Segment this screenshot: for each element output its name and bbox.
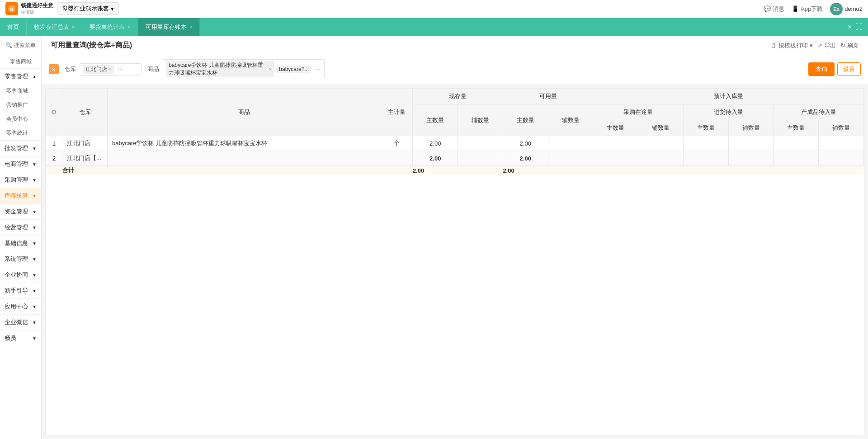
print-button[interactable]: 🖨 按模板打印 ▾ [771, 42, 813, 50]
top-bar-right: 💬 消息 📱 App下载 Ea demo2 [764, 3, 863, 15]
td-current-main-1: 2.00 [413, 136, 458, 151]
sidebar-group-header-jichuxinxi[interactable]: 基础信息 ▼ [0, 236, 41, 251]
sidebar-group-label-xinshouyindao: 新手引导 [5, 287, 28, 295]
company-selector[interactable]: 母婴行业演示账套 ▾ [57, 2, 119, 15]
td-product-main-2 [774, 151, 819, 166]
warehouse-more-icon[interactable]: ··· [118, 66, 123, 73]
tab-shoufacun-close[interactable]: × [72, 24, 75, 30]
th-current-sub: 辅数量 [458, 104, 503, 136]
sidebar-group-label-qiyexietong: 企业协同 [5, 271, 28, 279]
chevron-down-icon-changyuan: ▼ [32, 336, 37, 341]
app-icon: 📱 [792, 5, 799, 12]
sidebar-group-header-lingshouguan[interactable]: 零售管理 ▲ [0, 69, 41, 84]
gear-icon: ⚙ [51, 109, 57, 116]
sidebar-group-header-xitongguanli[interactable]: 系统管理 ▼ [0, 251, 41, 267]
product-input[interactable]: babycare学饮杯 儿童防摔防撞吸管杯重力球吸嘴杯宝宝水杯 × babyca… [162, 59, 325, 79]
search-icon: 🔍 [5, 42, 12, 48]
warehouse-tag-text: 江北门店 [85, 66, 107, 73]
chevron-down-icon-jing: ▼ [32, 225, 37, 230]
product-tag1: babycare学饮杯 儿童防摔防撞吸管杯重力球吸嘴杯宝宝水杯 × [166, 61, 274, 77]
sidebar-group-label-qiyeweixin: 企业微信 [5, 318, 28, 326]
chevron-down-icon-kucun: ▼ [32, 194, 37, 198]
chevron-down-icon-caigo: ▼ [32, 178, 37, 183]
sidebar-group-xitongguanli: 系统管理 ▼ [0, 251, 41, 267]
sidebar-group-header-pifaguanli[interactable]: 批发管理 ▼ [0, 141, 41, 156]
sidebar-group-header-caigoguanli[interactable]: 采购管理 ▼ [0, 172, 41, 188]
sidebar-group-pifaguanli: 批发管理 ▼ [0, 141, 41, 156]
warehouse-input[interactable]: 江北门店 × ··· [79, 63, 142, 76]
td-purchase-sub-1 [638, 136, 684, 151]
sidebar-group-header-yingyong[interactable]: 应用中心 ▼ [0, 299, 41, 314]
nav-tabs: 首页 收发存汇总表 × 要货单统计表 × 可用量库存账本 × × ⛶ [0, 18, 868, 36]
sidebar-group-label-xitongguanli: 系统管理 [5, 255, 28, 263]
product-tag1-close[interactable]: × [269, 66, 272, 72]
th-gear[interactable]: ⚙ [46, 89, 62, 136]
td-purchase-main-1 [593, 136, 638, 151]
sidebar-group-label-zijinguanli: 资金管理 [5, 208, 28, 216]
th-purchase-main: 主数量 [593, 120, 638, 136]
sidebar-group-header-jingguanli[interactable]: 经营管理 ▼ [0, 220, 41, 235]
user-area[interactable]: Ea demo2 [830, 3, 863, 15]
tab-shoufacun[interactable]: 收发存汇总表 × [27, 18, 82, 36]
sidebar-group-label-pifaguanli: 批发管理 [5, 144, 28, 152]
sidebar-group-header-kucunhesuan[interactable]: 库存核算 ▼ [0, 188, 41, 203]
sidebar-group-header-dianshouguanli[interactable]: 电商管理 ▼ [0, 156, 41, 172]
sidebar-group-header-changyuan[interactable]: 畅员 ▼ [0, 330, 41, 346]
product-more-icon[interactable]: ··· [315, 66, 321, 73]
sidebar-group-qiyeweixin: 企业微信 ▼ [0, 315, 41, 330]
tab-kecun[interactable]: 可用量库存账本 × [138, 18, 200, 36]
search-menu-button[interactable]: 🔍 搜索菜单 [4, 40, 38, 51]
nav-fullscreen-btn[interactable]: ⛶ [855, 23, 863, 31]
tab-kecun-label: 可用量库存账本 [146, 23, 187, 31]
app-download-button[interactable]: 📱 App下载 [792, 5, 823, 13]
sidebar-item-huiyuanzhongxin[interactable]: 会员中心 [0, 112, 41, 126]
td-available-sub-2 [548, 151, 593, 166]
main-layout: 🔍 搜索菜单 零售商城 零售管理 ▲ 零售商城 营销推广 会员中心 零售统计 批… [0, 36, 868, 439]
td-footer-label: 合计 [62, 166, 413, 175]
filter-actions: 查询 设置 [808, 62, 861, 76]
logo-area: 好 畅捷通好生意 标准版 [5, 2, 53, 15]
th-available-sub: 辅数量 [548, 104, 593, 136]
quick-nav-button[interactable]: 零售商城 [0, 55, 41, 69]
td-seq-2: 2 [46, 151, 62, 166]
sidebar-group-header-xinshouyindao[interactable]: 新手引导 ▼ [0, 283, 41, 298]
sidebar-group-header-qiyexietong[interactable]: 企业协同 ▼ [0, 267, 41, 283]
tab-yaohuo-close[interactable]: × [127, 24, 130, 30]
chevron-down-icon-yingyong: ▼ [32, 304, 37, 309]
chevron-down-icon-jichu: ▼ [32, 241, 37, 246]
table-container: ⚙ 仓库 商品 主计量 现存量 可用量 预计入库量 主数量 辅数量 主数量 辅数… [45, 88, 864, 435]
chevron-down-icon-qiye: ▼ [32, 273, 37, 278]
sidebar-group-header-zijinguanli[interactable]: 资金管理 ▼ [0, 204, 41, 219]
td-footer-available-main: 2.00 [503, 166, 548, 175]
sidebar-item-lingshoutongji[interactable]: 零售统计 [0, 126, 41, 140]
sidebar-item-yingxiaotuiguang[interactable]: 营销推广 [0, 98, 41, 112]
main-table: ⚙ 仓库 商品 主计量 现存量 可用量 预计入库量 主数量 辅数量 主数量 辅数… [46, 88, 864, 175]
product-tag1-text: babycare学饮杯 儿童防摔防撞吸管杯重力球吸嘴杯宝宝水杯 [169, 61, 268, 77]
warehouse-tag-close[interactable]: × [108, 66, 111, 72]
td-footer-available-sub [548, 166, 593, 175]
setting-button[interactable]: 设置 [837, 62, 861, 76]
td-unit-2 [381, 151, 413, 166]
td-current-sub-2 [458, 151, 503, 166]
tab-kecun-close[interactable]: × [189, 24, 192, 30]
refresh-button[interactable]: ↻ 刷新 [840, 42, 859, 50]
sidebar-group-zijinguanli: 资金管理 ▼ [0, 204, 41, 220]
td-purchase-main-2 [593, 151, 638, 166]
export-button[interactable]: ↗ 导出 [817, 42, 836, 50]
tab-yaohuo[interactable]: 要货单统计表 × [82, 18, 138, 36]
th-current-main: 主数量 [413, 104, 458, 136]
th-purchase-transit-group: 采购在途量 [593, 104, 684, 120]
sidebar-item-lingshoushanghcheng[interactable]: 零售商城 [0, 84, 41, 98]
td-incoming-main-2 [683, 151, 728, 166]
sidebar-group-label-dianshouguanli: 电商管理 [5, 160, 28, 168]
chevron-down-icon-xinshou: ▼ [32, 288, 37, 293]
tab-home[interactable]: 首页 [0, 18, 27, 36]
th-incoming-main: 主数量 [683, 120, 728, 136]
filter-toggle-button[interactable]: » [49, 64, 59, 74]
sidebar-group-header-qiyeweixin[interactable]: 企业微信 ▼ [0, 315, 41, 330]
query-button[interactable]: 查询 [808, 62, 835, 76]
msg-button[interactable]: 💬 消息 [764, 5, 784, 13]
nav-close-btn[interactable]: × [848, 23, 852, 31]
td-footer-purchase-sub [638, 166, 684, 175]
sidebar-group-changyuan: 畅员 ▼ [0, 330, 41, 346]
